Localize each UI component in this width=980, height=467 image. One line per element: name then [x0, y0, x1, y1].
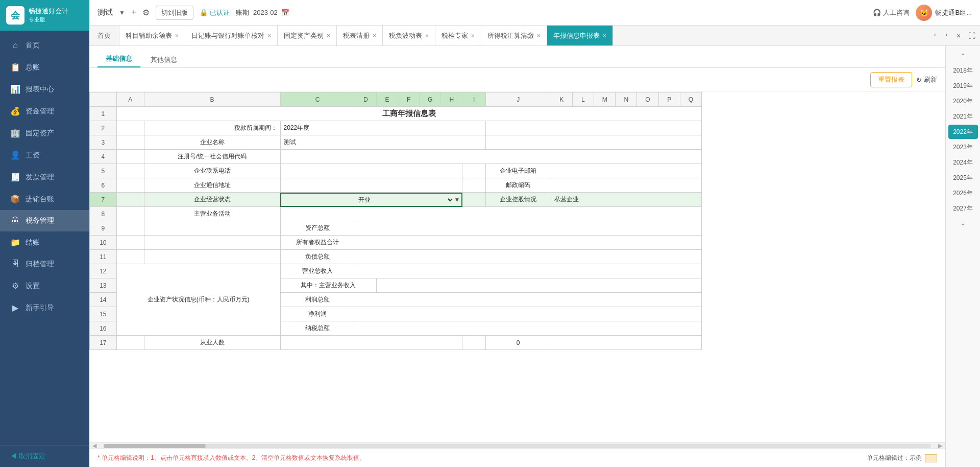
cell-11-b[interactable] [144, 250, 280, 264]
cell-9-d[interactable] [355, 221, 701, 236]
cell-3-c[interactable]: 测试 [280, 135, 485, 150]
workspace-dropdown-icon[interactable]: ▼ [119, 9, 125, 16]
tab-close-icon[interactable]: × [327, 32, 330, 39]
tab-close-icon[interactable]: × [603, 32, 606, 39]
calendar-icon[interactable]: 📅 [281, 9, 289, 16]
cell-7-c-select[interactable]: 开业 注销 吊销 撤销 迁出 ▼ [280, 193, 462, 207]
year-panel-down-arrow[interactable]: ⌄ [958, 217, 968, 229]
tab-next-button[interactable]: › [941, 30, 951, 40]
tab-close-icon[interactable]: × [373, 32, 376, 39]
cell-2-j[interactable] [485, 121, 701, 135]
cell-6-c[interactable] [280, 178, 462, 193]
year-item-2023[interactable]: 2023年 [948, 140, 978, 154]
tab-close-icon[interactable]: × [471, 32, 475, 39]
cell-5-a[interactable] [116, 164, 144, 178]
tab-close-icon[interactable]: × [267, 32, 271, 39]
cell-5-k[interactable] [551, 164, 701, 178]
tab-close-all-button[interactable]: × [952, 30, 965, 42]
tab-prev-button[interactable]: ‹ [930, 30, 940, 40]
sidebar-item-invoice[interactable]: 🧾 发票管理 [0, 166, 89, 188]
cell-7-a[interactable] [116, 193, 144, 207]
cell-12-c[interactable]: 营业总收入 [280, 264, 355, 278]
cell-3-a[interactable] [116, 135, 144, 150]
cell-2-c[interactable]: 2022年度 [280, 121, 485, 135]
title-cell[interactable]: 工商年报信息表 [116, 107, 701, 121]
cell-13-e[interactable] [376, 278, 701, 293]
cell-2-b[interactable]: 税款所属期间： [144, 121, 280, 135]
cell-16-c[interactable]: 纳税总额 [280, 321, 355, 336]
cell-10-b[interactable] [144, 236, 280, 250]
cell-6-k[interactable] [551, 178, 701, 193]
col-header-p[interactable]: P [658, 92, 680, 107]
cell-6-j[interactable]: 邮政编码 [485, 178, 551, 193]
cell-17-a[interactable] [116, 336, 144, 350]
year-item-2021[interactable]: 2021年 [948, 109, 978, 124]
cell-16-d[interactable] [355, 321, 701, 336]
cell-9-c[interactable]: 资产总额 [280, 221, 355, 236]
cell-17-b[interactable]: 从业人数 [144, 336, 280, 350]
sub-tab-basic[interactable]: 基础信息 [97, 51, 140, 67]
cell-5-j[interactable]: 企业电子邮箱 [485, 164, 551, 178]
year-item-2022[interactable]: 2022年 [948, 125, 978, 139]
year-panel-up-arrow[interactable]: ⌃ [958, 50, 968, 62]
cell-4-a[interactable] [116, 150, 144, 164]
user-menu[interactable]: 🐱 畅捷通B组... [916, 5, 972, 21]
cell-17-k[interactable] [551, 336, 701, 350]
col-header-j[interactable]: J [485, 92, 551, 107]
sidebar-item-assets[interactable]: 🏢 固定资产 [0, 122, 89, 144]
cell-4-b[interactable]: 注册号/统一社会信用代码 [144, 150, 280, 164]
cell-8-c[interactable] [280, 207, 701, 221]
col-header-e[interactable]: E [376, 92, 398, 107]
sidebar-item-report[interactable]: 📊 报表中心 [0, 78, 89, 100]
col-header-b[interactable]: B [144, 92, 280, 107]
cell-10-c[interactable]: 所有者权益合计 [280, 236, 355, 250]
cell-3-b[interactable]: 企业名称 [144, 135, 280, 150]
cell-11-c[interactable]: 负债总额 [280, 250, 355, 264]
col-header-o[interactable]: O [637, 92, 658, 107]
cell-14-c[interactable]: 利润总额 [280, 293, 355, 307]
cell-4-c[interactable] [280, 150, 701, 164]
cell-3-j[interactable] [485, 135, 701, 150]
sub-tab-other[interactable]: 其他信息 [142, 52, 185, 67]
col-header-i[interactable]: I [462, 92, 485, 107]
tab-home[interactable]: 首页 [89, 26, 119, 45]
cell-15-d[interactable] [355, 307, 701, 321]
col-header-q[interactable]: Q [680, 92, 701, 107]
tab-tax-fluctuation[interactable]: 税负波动表 × [383, 26, 435, 45]
year-item-2025[interactable]: 2025年 [948, 171, 978, 185]
cell-6-b[interactable]: 企业通信地址 [144, 178, 280, 193]
cell-17-c[interactable] [280, 336, 462, 350]
sidebar-item-close[interactable]: 📁 结账 [0, 231, 89, 253]
sidebar-item-home[interactable]: ⌂ 首页 [0, 35, 89, 56]
col-header-c[interactable]: C [280, 92, 355, 107]
tab-fixed-asset-category[interactable]: 固定资产类别 × [278, 26, 337, 45]
tab-close-icon[interactable]: × [425, 32, 429, 39]
col-header-g[interactable]: G [420, 92, 441, 107]
cell-9-b[interactable] [144, 221, 280, 236]
cell-12-d[interactable] [355, 264, 701, 278]
col-header-d[interactable]: D [355, 92, 376, 107]
tab-tax-expert[interactable]: 税检专家 × [435, 26, 481, 45]
cell-6-a[interactable] [116, 178, 144, 193]
col-header-h[interactable]: H [441, 92, 462, 107]
cell-13-c[interactable]: 其中：主营业务收入 [280, 278, 376, 293]
sidebar-item-archive[interactable]: 🗄 归档管理 [0, 253, 89, 275]
year-item-2019[interactable]: 2019年 [948, 79, 978, 93]
col-header-l[interactable]: L [572, 92, 594, 107]
sidebar-item-settings[interactable]: ⚙ 设置 [0, 275, 89, 297]
tab-annual-report[interactable]: 年报信息申报表 × [547, 26, 613, 45]
cell-12-a-merged[interactable]: 企业资产状况信息(币种：人民币万元) [116, 264, 280, 336]
tab-tax-list[interactable]: 税表清册 × [337, 26, 383, 45]
horizontal-scrollbar[interactable]: ◀ ▶ [89, 442, 945, 449]
year-item-2024[interactable]: 2024年 [948, 155, 978, 170]
switch-old-version-button[interactable]: 切到旧版 [156, 6, 193, 20]
sidebar-unpin-button[interactable]: ◀ 取消固定 [0, 445, 89, 467]
cell-5-c[interactable] [280, 164, 462, 178]
tab-close-icon[interactable]: × [537, 32, 541, 39]
consult-button[interactable]: 🎧 人工咨询 [873, 8, 910, 17]
spreadsheet[interactable]: A B C D E F G H I J K L M [89, 92, 945, 442]
refresh-button[interactable]: ↻ 刷新 [916, 72, 937, 87]
tab-bank-reconcile[interactable]: 日记账与银行对账单核对 × [185, 26, 278, 45]
tab-income-tax[interactable]: 所得税汇算清缴 × [481, 26, 547, 45]
cell-11-a[interactable] [116, 250, 144, 264]
